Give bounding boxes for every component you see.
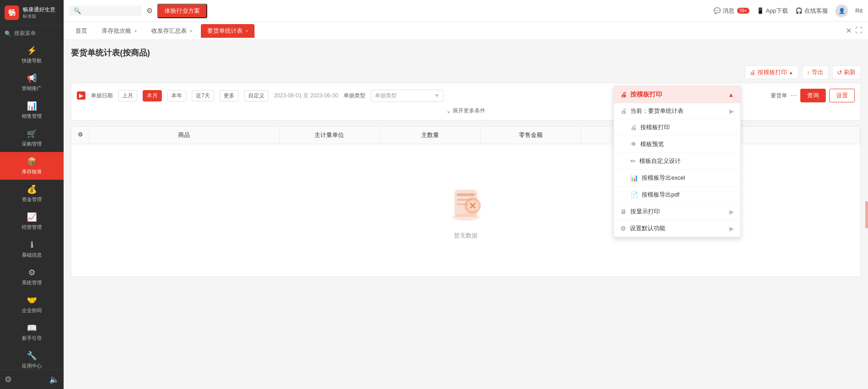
export-btn[interactable]: ↑ 导出 bbox=[802, 66, 829, 79]
app-center-icon: 🔧 bbox=[27, 351, 37, 361]
sidebar-item-finance[interactable]: 💰 资金管理 bbox=[0, 180, 64, 207]
sidebar-item-label: 资金管理 bbox=[22, 196, 42, 203]
default-func-label: 设置默认功能 bbox=[630, 224, 665, 232]
close-window-btn[interactable]: ✕ bbox=[846, 26, 852, 35]
app-download-label: App下载 bbox=[766, 7, 788, 15]
dropdown-section-display-print[interactable]: 🖥 按显示打印 ▶ bbox=[614, 203, 740, 220]
print-template-btn[interactable]: 🖨 按模板打印 ▲ bbox=[745, 66, 798, 79]
date-btn-this-month[interactable]: 本月 bbox=[143, 90, 162, 101]
guide-icon: 📖 bbox=[27, 323, 37, 333]
sidebar-item-system[interactable]: ⚙ 系统管理 bbox=[0, 263, 64, 291]
dropdown-header: 🖨 按模板打印 ▲ bbox=[614, 86, 740, 103]
dropdown-item-export-excel-label: 按模板导出excel bbox=[642, 174, 685, 182]
message-label: 消息 bbox=[723, 7, 734, 15]
dropdown-title: 按模板打印 bbox=[630, 91, 662, 99]
empty-illustration bbox=[443, 181, 489, 226]
tab-close-stock-summary[interactable]: × bbox=[190, 28, 192, 34]
app-version: 标准版 bbox=[23, 13, 55, 20]
tab-inventory-batch[interactable]: 库存批次账 × bbox=[95, 24, 143, 38]
dropdown-item-export-pdf-label: 按模板导出pdf bbox=[642, 191, 679, 199]
sidebar-item-base-info[interactable]: ℹ 基础信息 bbox=[0, 235, 64, 263]
tab-close-inventory-batch[interactable]: × bbox=[134, 28, 137, 34]
svg-rect-2 bbox=[457, 193, 475, 196]
inventory-icon: 📦 bbox=[27, 157, 37, 167]
query-btn[interactable]: 查询 bbox=[800, 89, 826, 102]
dropdown-item-preview-icon: 👁 bbox=[630, 141, 637, 148]
col-settings[interactable]: ⚙ bbox=[71, 126, 90, 144]
empty-state: 暂无数据 bbox=[71, 144, 860, 276]
dropdown-item-design[interactable]: ✏ 模板自定义设计 bbox=[614, 153, 740, 170]
sidebar-item-guide[interactable]: 📖 新手引导 bbox=[0, 318, 64, 346]
sidebar-item-label: 采购管理 bbox=[22, 141, 42, 147]
topbar-search-box[interactable]: 🔍 bbox=[69, 5, 142, 16]
dropdown-item-pdf-icon: 📄 bbox=[630, 191, 638, 198]
page-title: 要货单统计表(按商品) bbox=[71, 47, 861, 58]
dropdown-item-export-excel[interactable]: 📊 按模板导出excel bbox=[614, 170, 740, 187]
dropdown-item-print-icon: 🖨 bbox=[630, 124, 637, 131]
yaohuo-label: 要货单 bbox=[771, 92, 787, 100]
sidebar-item-app-center[interactable]: 🔧 应用中心 bbox=[0, 346, 64, 369]
col-qty-label: 主数量 bbox=[421, 131, 439, 138]
date-btn-more[interactable]: 更多 bbox=[219, 90, 239, 101]
dropdown-item-print[interactable]: 🖨 按模板打印 bbox=[614, 119, 740, 136]
dropdown-section-default[interactable]: ⚙ 设置默认功能 ▶ bbox=[614, 220, 740, 237]
sidebar-item-collab[interactable]: 🤝 企业协同 bbox=[0, 291, 64, 318]
date-btn-this-year[interactable]: 本年 bbox=[167, 90, 186, 101]
col-qty: 主数量 bbox=[380, 126, 480, 144]
filter-expand-arrow[interactable]: ▶ bbox=[77, 91, 85, 100]
dropdown-item-preview[interactable]: 👁 模板预览 bbox=[614, 136, 740, 153]
app-download-btn[interactable]: 📱 App下载 bbox=[757, 7, 788, 15]
sidebar-item-inventory[interactable]: 📦 库存核算 bbox=[0, 152, 64, 180]
expand-more-btn[interactable]: ⌄ 展开更多条件 bbox=[446, 107, 485, 115]
refresh-btn[interactable]: ↺ 刷新 bbox=[832, 66, 861, 79]
sidebar-search[interactable]: 🔍 搜索菜单 bbox=[0, 26, 64, 41]
search-input[interactable] bbox=[84, 8, 137, 14]
sidebar-item-operations[interactable]: 📈 经营管理 bbox=[0, 207, 64, 235]
message-btn[interactable]: 💬 消息 99+ bbox=[713, 7, 749, 15]
col-product-label: 商品 bbox=[178, 131, 190, 138]
topbar-gear-icon[interactable]: ⚙ bbox=[146, 6, 153, 15]
col-unit: 主计量单位 bbox=[279, 126, 380, 144]
date-filter-label: 单据日期 bbox=[91, 92, 113, 100]
date-btn-last-month[interactable]: 上月 bbox=[118, 90, 137, 101]
sidebar-item-purchase[interactable]: 🛒 采购管理 bbox=[0, 124, 64, 152]
tab-inventory-batch-label: 库存批次账 bbox=[102, 27, 131, 35]
topbar-search-icon: 🔍 bbox=[74, 7, 81, 14]
empty-svg-icon bbox=[443, 181, 489, 226]
sidebar-item-label: 经营管理 bbox=[22, 224, 42, 231]
sidebar-search-label: 搜索菜单 bbox=[14, 30, 36, 37]
tab-close-order-stats[interactable]: × bbox=[245, 28, 248, 34]
app-logo-icon: 畅 bbox=[5, 5, 19, 20]
sidebar-item-marketing[interactable]: 📢 营销推广 bbox=[0, 69, 64, 96]
settings-btn[interactable]: 设置 bbox=[829, 89, 855, 102]
scroll-indicator[interactable] bbox=[865, 201, 868, 228]
type-select[interactable]: 单据类型 ▼ bbox=[371, 90, 444, 102]
sidebar-item-label: 新手引导 bbox=[22, 335, 42, 342]
default-chevron-icon: ▶ bbox=[729, 225, 734, 232]
sidebar-item-quick-nav[interactable]: ⚡ 快捷导航 bbox=[0, 41, 64, 69]
more-dots-icon[interactable]: ··· bbox=[791, 91, 797, 100]
export-btn-label: 导出 bbox=[812, 68, 823, 76]
dropdown-item-preview-label: 模板预览 bbox=[640, 140, 664, 148]
avatar[interactable]: 👤 bbox=[835, 5, 848, 17]
maximize-window-btn[interactable]: ⛶ bbox=[855, 26, 863, 35]
sidebar-item-sales[interactable]: 📊 销售管理 bbox=[0, 96, 64, 124]
dropdown-current-item[interactable]: 🖨 当前：要货单统计表 ▶ bbox=[614, 103, 740, 119]
print-dropdown-menu: 🖨 按模板打印 ▲ 🖨 当前：要货单统计表 ▶ 🖨 按模板打印 👁 模板预览 bbox=[614, 86, 741, 237]
operations-icon: 📈 bbox=[27, 212, 37, 222]
purchase-icon: 🛒 bbox=[27, 129, 37, 139]
dropdown-item-export-pdf[interactable]: 📄 按模板导出pdf bbox=[614, 187, 740, 203]
user-name: Rit bbox=[855, 7, 863, 14]
online-service-btn[interactable]: 🎧 在线客服 bbox=[795, 7, 828, 15]
dropdown-chevron-icon[interactable]: ▲ bbox=[728, 91, 734, 98]
trial-btn[interactable]: 体验行业方案 bbox=[157, 4, 207, 18]
settings-icon[interactable]: ⚙ bbox=[5, 374, 12, 384]
tab-order-stats[interactable]: 要货单统计表 × bbox=[201, 24, 254, 38]
date-btn-custom[interactable]: 自定义 bbox=[244, 90, 269, 101]
date-btn-7days[interactable]: 近7天 bbox=[192, 90, 214, 101]
tab-home[interactable]: 首页 bbox=[69, 24, 94, 38]
system-icon: ⚙ bbox=[28, 268, 35, 278]
tab-stock-summary[interactable]: 收发存汇总表 × bbox=[145, 24, 199, 38]
type-filter-label: 单据类型 bbox=[344, 92, 365, 100]
volume-icon[interactable]: 🔈 bbox=[49, 374, 59, 384]
